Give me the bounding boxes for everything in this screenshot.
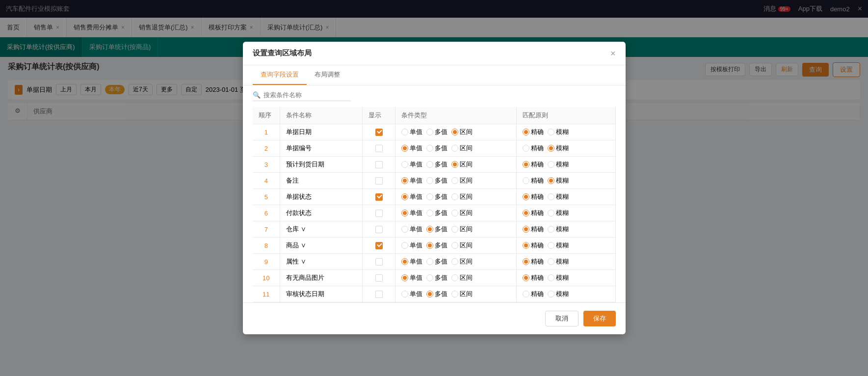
query-table: 顺序 条件名称 显示 条件类型 匹配原则 1单据日期单值多值区间精确模糊2单据编… [253,107,616,120]
search-input[interactable] [263,91,342,99]
th-match-rule: 匹配原则 [516,107,615,120]
search-icon: 🔍 [253,91,261,99]
search-box: 🔍 [253,91,351,101]
dialog-title: 设置查询区域布局 [253,49,312,58]
tab-query-label: 查询字段设置 [261,71,299,78]
query-table-header-row: 顺序 条件名称 显示 条件类型 匹配原则 [253,107,616,120]
th-display: 显示 [363,107,395,120]
settings-dialog: 设置查询区域布局 × 查询字段设置 布局调整 🔍 顺序 条件名称 [243,42,626,120]
tab-layout-label: 布局调整 [315,71,340,78]
dialog-header: 设置查询区域布局 × [243,42,626,65]
dialog-overlay: 设置查询区域布局 × 查询字段设置 布局调整 🔍 顺序 条件名称 [0,0,868,120]
tab-query-field-settings[interactable]: 查询字段设置 [253,65,307,85]
dialog-tabs: 查询字段设置 布局调整 [243,65,626,85]
th-cond-name: 条件名称 [280,107,363,120]
tab-layout-adjust[interactable]: 布局调整 [307,65,348,85]
dialog-close-button[interactable]: × [610,49,616,58]
dialog-body: 顺序 条件名称 显示 条件类型 匹配原则 1单据日期单值多值区间精确模糊2单据编… [243,107,626,120]
th-order: 顺序 [253,107,280,120]
th-cond-type: 条件类型 [395,107,517,120]
